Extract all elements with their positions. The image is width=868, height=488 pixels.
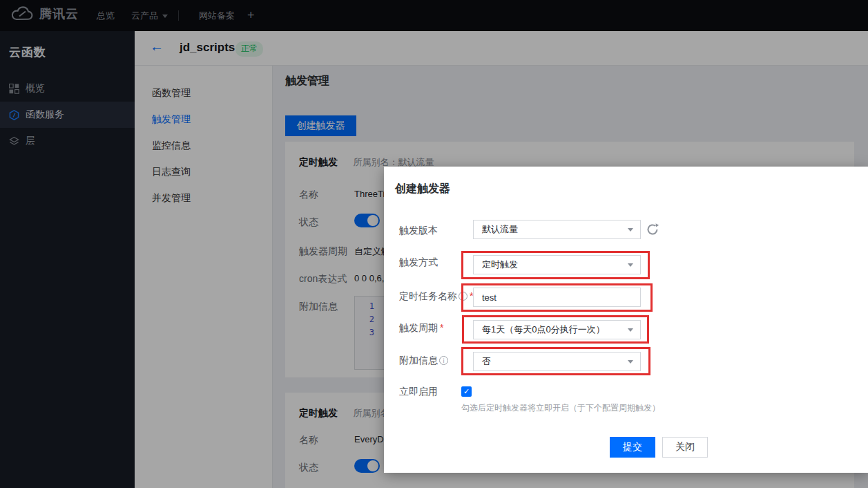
trigger-cycle-label: 触发周期* xyxy=(399,322,443,335)
chevron-down-icon xyxy=(628,228,633,232)
enable-now-checkbox[interactable]: ✓ xyxy=(461,386,472,397)
extra-info-select[interactable]: 否 xyxy=(473,352,641,371)
tencent-cloud-console: 腾讯云 总览 云产品 网站备案 + 云函数 概览 xyxy=(0,0,868,488)
trigger-version-label: 触发版本 xyxy=(399,225,438,237)
trigger-version-select[interactable]: 默认流量 xyxy=(473,220,641,239)
extra-info-label: 附加信息i xyxy=(399,355,448,367)
enable-helper-text: 勾选后定时触发器将立即开启（于下个配置周期触发） xyxy=(461,402,660,414)
info-icon: i xyxy=(459,292,467,301)
check-icon: ✓ xyxy=(463,387,470,395)
dialog-title: 创建触发器 xyxy=(395,182,450,196)
chevron-down-icon xyxy=(628,360,633,364)
task-name-input[interactable] xyxy=(473,288,641,307)
trigger-cycle-select[interactable]: 每1天（每天0点0分执行一次） xyxy=(473,320,641,339)
create-trigger-dialog: 创建触发器 触发版本 默认流量 触发方式 定时触发 定时任务名称i* 触发周期*… xyxy=(384,167,868,473)
submit-button[interactable]: 提交 xyxy=(610,437,655,458)
trigger-method-label: 触发方式 xyxy=(399,256,438,269)
close-button[interactable]: 关闭 xyxy=(662,437,708,458)
enable-now-label: 立即启用 xyxy=(399,386,438,398)
trigger-method-select[interactable]: 定时触发 xyxy=(473,255,641,274)
required-mark: * xyxy=(440,322,443,333)
refresh-icon[interactable] xyxy=(645,222,660,237)
task-name-label: 定时任务名称i* xyxy=(399,290,473,303)
info-icon: i xyxy=(439,356,448,365)
chevron-down-icon xyxy=(628,263,633,267)
chevron-down-icon xyxy=(628,328,633,332)
